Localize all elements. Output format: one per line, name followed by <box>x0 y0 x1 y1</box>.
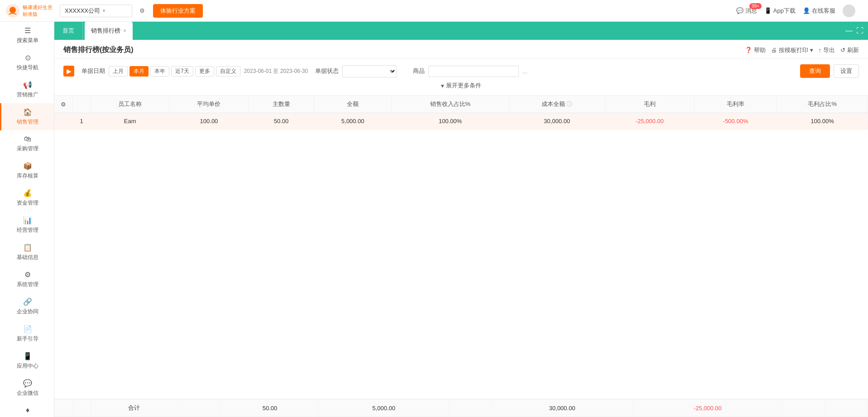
print-icon: 🖨 <box>771 47 777 53</box>
refresh-btn[interactable]: ↺ 刷新 <box>840 46 859 54</box>
avatar[interactable] <box>843 5 855 17</box>
tab-sales-ranking[interactable]: 销售排行榜 × <box>85 22 133 40</box>
table-area: ⚙ 员工名称 平均单价 主数量 全额 销售收入占比% 成本全额 ⓘ <box>54 96 868 399</box>
status-select[interactable] <box>342 65 397 77</box>
sidebar-item-search-order[interactable]: ☰ 搜索菜单 <box>0 22 54 49</box>
page-title: 销售排行榜(按业务员) <box>63 45 134 55</box>
purchase-icon: 🛍 <box>24 135 31 143</box>
date-period-btns: 上月 本月 本年 近7天 更多 自定义 <box>109 66 240 77</box>
operations-icon: 📊 <box>23 216 32 225</box>
filter-toggle-btn[interactable]: ▶ <box>63 66 74 77</box>
help-label: 帮助 <box>754 46 766 54</box>
period-btn-more[interactable]: 更多 <box>195 66 214 77</box>
sidebar-item-system[interactable]: ⚙ 系统管理 <box>0 266 54 293</box>
row-gross-pct-cell: 100.00% <box>777 113 868 129</box>
period-btn-this-month[interactable]: 本月 <box>129 66 149 77</box>
expand-label: 展开更多条件 <box>446 81 481 90</box>
sidebar-label: 经营管理 <box>17 226 38 234</box>
enterprise-wechat-icon: 💬 <box>23 379 32 388</box>
expand-more-btn[interactable]: ▾ 展开更多条件 <box>441 81 481 90</box>
goods-more-btn[interactable]: ... <box>523 68 528 75</box>
svg-point-1 <box>10 7 16 13</box>
footer-sales-pct-cell <box>448 399 491 417</box>
sidebar-label: 系统管理 <box>17 281 38 288</box>
col-settings[interactable]: ⚙ <box>54 96 72 113</box>
row-main-qty-cell: 50.00 <box>249 113 314 129</box>
company-selector[interactable]: XXXXXX公司 ▾ <box>60 5 132 17</box>
sidebar-label: 库存核算 <box>17 172 38 180</box>
row-gross-rate-cell: -500.00% <box>694 113 777 129</box>
row-amount-cell: 5,000.00 <box>314 113 392 129</box>
filter-row-2: ▾ 展开更多条件 <box>63 81 859 90</box>
col-cost-amount-label: 成本全额 <box>542 101 565 107</box>
sidebar-item-operations[interactable]: 📊 经营管理 <box>0 211 54 239</box>
col-settings-icon: ⚙ <box>61 101 66 108</box>
sidebar-item-app-center[interactable]: 📱 应用中心 <box>0 347 54 374</box>
sidebar-item-sales[interactable]: 🏠 销售管理 <box>0 103 54 130</box>
main-layout: ☰ 搜索菜单 ⊙ 快捷导航 📢 营销推广 🏠 销售管理 🛍 采购管理 📦 库存核… <box>0 22 868 417</box>
goods-filter-item: 商品 ... <box>413 66 528 77</box>
minimize-icon[interactable]: — <box>845 27 853 35</box>
date-range-text: 2023-06-01 至 2023-06-30 <box>244 67 308 75</box>
tab-close-icon[interactable]: × <box>123 28 126 34</box>
col-rank <box>72 96 91 113</box>
app-center-icon: 📱 <box>23 352 32 360</box>
col-gross-rate: 毛利率 <box>694 96 777 113</box>
tabs-bar-right: — ⛶ <box>845 27 868 35</box>
app-download-label: App下载 <box>773 7 796 15</box>
period-btn-this-year[interactable]: 本年 <box>150 66 169 77</box>
app-download-btn[interactable]: 📱 App下载 <box>764 7 796 15</box>
app-icon: 📱 <box>764 7 772 14</box>
online-service-btn[interactable]: 👤 在线客服 <box>803 7 835 15</box>
sidebar-item-member[interactable]: ♦ 畅会员 <box>0 402 54 417</box>
footer-amount-cell: 5,000.00 <box>319 399 449 417</box>
expand-icon: ▾ <box>441 82 444 89</box>
export-btn[interactable]: ↑ 导出 <box>819 46 835 54</box>
sidebar-item-enterprise-wechat[interactable]: 💬 企业微信 <box>0 374 54 402</box>
col-sales-pct: 销售收入占比% <box>392 96 509 113</box>
period-btn-7days[interactable]: 近7天 <box>171 66 193 77</box>
export-label: 导出 <box>823 46 835 54</box>
chevron-down-icon: ▾ <box>103 8 105 13</box>
print-btn[interactable]: 🖨 按模板打印 ▾ <box>771 46 813 54</box>
goods-input[interactable] <box>428 66 519 77</box>
query-button[interactable]: 查询 <box>800 64 830 78</box>
sidebar-label: 企业协同 <box>17 308 38 316</box>
sidebar-item-enterprise-collab[interactable]: 🔗 企业协同 <box>0 293 54 320</box>
col-gross-pct-label: 毛利占比% <box>808 101 837 107</box>
sidebar-label: 快捷导航 <box>17 64 38 72</box>
footer-settings-cell <box>54 399 72 417</box>
period-btn-custom[interactable]: 自定义 <box>216 66 240 77</box>
sidebar-item-new-guide[interactable]: 📄 新手引导 <box>0 320 54 347</box>
date-label: 单据日期 <box>82 67 105 75</box>
sidebar-item-finance[interactable]: 💰 资金管理 <box>0 184 54 211</box>
message-btn[interactable]: 💬 消息 99+ <box>736 7 757 15</box>
settings-button[interactable]: 设置 <box>834 64 859 78</box>
trial-button[interactable]: 体验行业方案 <box>153 4 203 18</box>
col-cost-amount: 成本全额 ⓘ <box>509 96 605 113</box>
tab-home[interactable]: 首页 <box>54 22 83 40</box>
sidebar-item-inventory[interactable]: 📦 库存核算 <box>0 157 54 184</box>
system-icon: ⚙ <box>24 270 31 279</box>
sidebar-item-purchase[interactable]: 🛍 采购管理 <box>0 130 54 157</box>
row-gross-profit-cell: -25,000.00 <box>605 113 694 129</box>
sidebar-item-quick-nav[interactable]: ⊙ 快捷导航 <box>0 49 54 76</box>
refresh-label: 刷新 <box>847 46 859 54</box>
filter-row-1: ▶ 单据日期 上月 本月 本年 近7天 更多 自定义 2023-06-01 至 … <box>63 64 859 78</box>
row-sales-pct-cell: 100.00% <box>392 113 509 129</box>
quick-nav-icon: ⊙ <box>25 53 31 62</box>
sidebar-item-basic-info[interactable]: 📋 基础信息 <box>0 239 54 266</box>
company-name: XXXXXX公司 <box>65 7 100 15</box>
online-service-label: 在线客服 <box>812 7 835 15</box>
col-gross-pct: 毛利占比% <box>777 96 868 113</box>
page-header: 销售排行榜(按业务员) ❓ 帮助 🖨 按模板打印 ▾ ↑ 导出 <box>54 40 868 59</box>
help-btn[interactable]: ❓ 帮助 <box>745 46 766 54</box>
footer-gross-pct-cell <box>825 399 868 417</box>
sidebar-item-marketing[interactable]: 📢 营销推广 <box>0 76 54 103</box>
sidebar-label: 采购管理 <box>17 145 38 153</box>
status-select-wrapper[interactable] <box>342 65 397 77</box>
period-btn-last-month[interactable]: 上月 <box>109 66 128 77</box>
header-settings-icon[interactable]: ⚙ <box>136 5 149 16</box>
maximize-icon[interactable]: ⛶ <box>856 27 863 35</box>
logo-text: 畅康通好生意 标准版 <box>23 4 53 17</box>
